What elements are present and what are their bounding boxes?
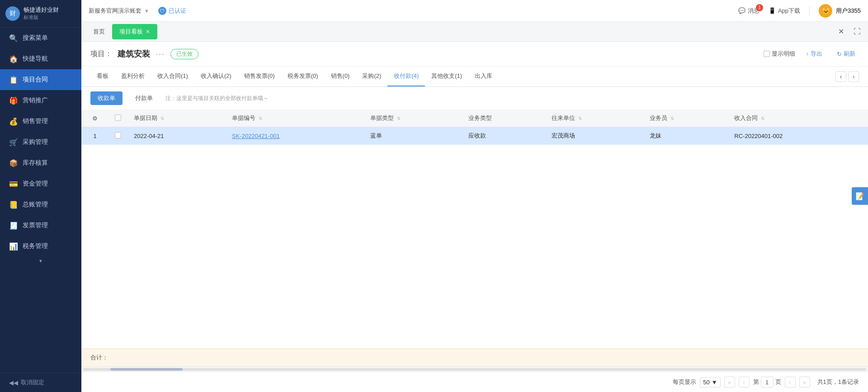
last-page-btn[interactable]: » — [799, 377, 810, 387]
ledger-icon: 📒 — [9, 200, 18, 209]
refresh-icon: ↻ — [837, 51, 842, 57]
subtab-income-contract[interactable]: 收入合同(1) — [151, 67, 194, 86]
per-page-label: 每页显示 — [673, 378, 696, 386]
logo-icon: 财 — [5, 6, 20, 21]
payment-btn[interactable]: 付款单 — [128, 91, 160, 105]
next-page-btn[interactable]: › — [785, 377, 796, 387]
topbar-verified: 🛡 已认证 — [158, 7, 186, 15]
verified-icon: 🛡 — [158, 7, 166, 15]
scrollbar-track[interactable] — [83, 368, 866, 371]
cell-order-no[interactable]: SK-20220421-001 — [226, 127, 364, 145]
col-counterpart: 往来单位 ⇅ — [545, 110, 643, 127]
col-date: 单据日期 ⇅ — [127, 110, 226, 127]
sidebar-item-project-contract[interactable]: 📋 项目合同 — [0, 69, 81, 90]
subtab-next-btn[interactable]: › — [848, 71, 859, 82]
gear-icon[interactable]: ⚙ — [92, 115, 98, 122]
unpin-icon: ◀◀ — [9, 379, 18, 386]
sidebar-item-marketing[interactable]: 🎁 营销推广 — [0, 90, 81, 111]
app-download-btn[interactable]: 📱 App下载 — [769, 7, 800, 15]
subtab-sales-invoice[interactable]: 销售发票(0) — [238, 67, 281, 86]
order-no-link[interactable]: SK-20220421-001 — [232, 133, 280, 139]
sidebar-item-purchase-mgmt[interactable]: 🛒 采购管理 — [0, 132, 81, 153]
income-contract-sort-icon[interactable]: ⇅ — [761, 116, 764, 121]
topbar-user[interactable]: 🐱 用户3355 — [819, 4, 861, 18]
tab-project-board[interactable]: 项目看板 ✕ — [112, 24, 157, 39]
cell-check[interactable] — [108, 127, 127, 145]
topbar-actions: 💬 消息 1 📱 App下载 🐱 用户3355 — [738, 4, 861, 18]
inventory-icon: 📦 — [9, 158, 18, 167]
select-all-checkbox[interactable] — [115, 115, 121, 121]
page-suffix: 页 — [775, 378, 781, 386]
col-order-no: 单据编号 ⇅ — [226, 110, 364, 127]
subtabs: 看板 盈利分析 收入合同(1) 收入确认(2) 销售发票(0) 税务发票(0) — [81, 67, 868, 87]
date-sort-icon[interactable]: ⇅ — [160, 116, 164, 121]
float-panel-btn[interactable]: 📝 — [852, 187, 868, 205]
row-checkbox[interactable] — [115, 132, 121, 139]
sidebar-unpin-btn[interactable]: ◀◀ 取消固定 — [0, 373, 81, 392]
subtab-income-confirm[interactable]: 收入确认(2) — [194, 67, 238, 86]
message-icon: 💬 — [738, 7, 745, 14]
project-more-btn[interactable]: ··· — [156, 49, 165, 59]
project-header: 项目： 建筑安装 ··· 已生效 显示明细 ↑ 导出 ↻ 刷新 — [81, 42, 868, 67]
sidebar-item-ledger-mgmt[interactable]: 📒 总账管理 — [0, 194, 81, 215]
data-table: ⚙ 单据日期 ⇅ 单据编号 ⇅ — [81, 110, 868, 145]
cell-biz-type: 应收款 — [462, 127, 545, 145]
table-header-row: ⚙ 单据日期 ⇅ 单据编号 ⇅ — [81, 110, 868, 127]
subtab-purchase[interactable]: 采购(2) — [356, 67, 387, 86]
pagination: 每页显示 50 ▼ « ‹ 第 1 页 › » 共1页，1条记录 — [81, 372, 868, 392]
topbar-divider — [809, 6, 810, 15]
topbar: 新服务官网演示账套 ▼ 🛡 已认证 💬 消息 1 📱 App下载 🐱 用户335… — [81, 0, 868, 22]
col-gear[interactable]: ⚙ — [81, 110, 108, 127]
project-prefix: 项目： — [90, 49, 112, 59]
order-no-sort-icon[interactable]: ⇅ — [259, 116, 262, 121]
receipt-btn[interactable]: 收款单 — [90, 91, 123, 105]
tab-close-icon[interactable]: ✕ — [146, 29, 150, 35]
tab-close-btn[interactable]: ✕ — [835, 25, 847, 38]
export-icon: ↑ — [806, 51, 809, 57]
filter-note: 注：这里是与项目关联的全部收付款单哦～ — [165, 95, 269, 102]
subtab-receipt-payment[interactable]: 收付款(4) — [387, 67, 425, 86]
cell-order-type: 蓝单 — [364, 127, 462, 145]
subtab-kanban[interactable]: 看板 — [90, 67, 115, 86]
per-page-select[interactable]: 50 ▼ — [700, 377, 720, 387]
subtab-profit-analysis[interactable]: 盈利分析 — [115, 67, 151, 86]
sidebar-item-quick-nav[interactable]: 🏠 快捷导航 — [0, 48, 81, 69]
topbar-account[interactable]: 新服务官网演示账套 ▼ — [89, 7, 149, 15]
scrollbar-thumb[interactable] — [110, 368, 183, 371]
tabbar-right: ✕ ⛶ — [835, 25, 863, 38]
first-page-btn[interactable]: « — [724, 377, 735, 387]
counterpart-sort-icon[interactable]: ⇅ — [578, 116, 582, 121]
project-status-badge: 已生效 — [170, 49, 198, 59]
table-row[interactable]: 1 2022-04-21 SK-20220421-001 蓝单 应收款 宏茂商场 — [81, 127, 868, 145]
show-detail-checkbox[interactable] — [764, 51, 770, 57]
export-btn[interactable]: ↑ 导出 — [802, 48, 826, 60]
tab-home[interactable]: 首页 — [86, 24, 112, 39]
sidebar-item-invoice-mgmt[interactable]: 🧾 发票管理 — [0, 215, 81, 236]
col-salesperson: 业务员 ⇅ — [643, 110, 728, 127]
invoice-icon: 🧾 — [9, 221, 18, 230]
sidebar-item-tax-mgmt[interactable]: 📊 税务管理 — [0, 236, 81, 257]
logo-sub: 标准版 — [24, 14, 59, 21]
tab-fullscreen-btn[interactable]: ⛶ — [851, 25, 863, 38]
sidebar-item-search[interactable]: 🔍 搜索菜单 — [0, 28, 81, 48]
content-area: 首页 项目看板 ✕ ✕ ⛶ 项目： 建筑安装 ··· 已生效 — [81, 22, 868, 392]
show-detail-toggle[interactable]: 显示明细 — [764, 50, 795, 58]
phone-icon: 📱 — [769, 7, 776, 14]
page-number[interactable]: 1 — [761, 377, 774, 387]
subtab-other-income[interactable]: 其他收支(1) — [425, 67, 468, 86]
project-icon: 📋 — [9, 75, 18, 84]
prev-page-btn[interactable]: ‹ — [739, 377, 750, 387]
sidebar-scroll-down[interactable]: ▼ — [0, 257, 81, 265]
salesperson-sort-icon[interactable]: ⇅ — [670, 116, 674, 121]
cell-income-contract: RC-20220401-002 — [728, 127, 868, 145]
order-type-sort-icon[interactable]: ⇅ — [397, 116, 401, 121]
sidebar-item-inventory[interactable]: 📦 库存核算 — [0, 153, 81, 173]
subtab-tax-invoice[interactable]: 税务发票(0) — [281, 67, 325, 86]
sidebar-item-sales-mgmt[interactable]: 💰 销售管理 — [0, 111, 81, 132]
message-btn[interactable]: 💬 消息 1 — [738, 7, 760, 15]
refresh-btn[interactable]: ↻ 刷新 — [833, 48, 859, 60]
subtab-sales[interactable]: 销售(0) — [325, 67, 356, 86]
sidebar-item-fund-mgmt[interactable]: 💳 资金管理 — [0, 173, 81, 194]
subtab-prev-btn[interactable]: ‹ — [835, 71, 846, 82]
subtab-in-out-storage[interactable]: 出入库 — [468, 67, 499, 86]
